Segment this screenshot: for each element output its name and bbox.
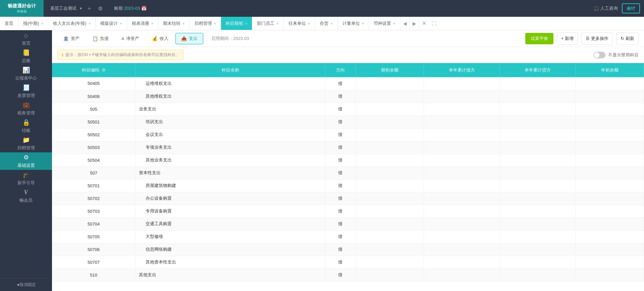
tab-archive[interactable]: 归档管理 × — [190, 17, 221, 30]
logo-title: 畅捷通好会计 — [8, 3, 36, 9]
tab-tax[interactable]: 税表清册 × — [127, 17, 158, 30]
table-row[interactable]: 50501培训支出借 — [52, 115, 644, 128]
refresh-button[interactable]: ↻ 刷新 — [616, 33, 639, 45]
cell-name: 业务支出 — [136, 103, 325, 115]
table-row[interactable]: 50706信息网络购建借 — [52, 243, 644, 256]
tab-template[interactable]: 模版设计 × — [96, 17, 127, 30]
close-icon[interactable]: × — [41, 21, 43, 26]
close-icon[interactable]: × — [330, 21, 332, 26]
cell-name: 培训支出 — [136, 115, 325, 128]
tab-unit[interactable]: 计量单位 × — [338, 17, 369, 30]
subtab-asset[interactable]: 🏦 资产 — [57, 33, 85, 44]
table-row[interactable]: 505业务支出借 — [52, 103, 644, 115]
toggle-area: 不显示禁用科目 — [593, 52, 639, 58]
cell-direction: 借 — [325, 128, 355, 141]
more-actions-button[interactable]: ☰ 更多操作 — [581, 33, 613, 45]
add-tab-icon[interactable]: ＋ — [85, 5, 93, 12]
subtab-expense[interactable]: 📤 支出 — [175, 33, 203, 44]
cell-direction: 借 — [325, 154, 355, 166]
tab-mid[interactable]: 报(中期) × — [18, 17, 48, 30]
subtab-income[interactable]: 💰 收入 — [146, 33, 174, 44]
sidebar-item-close[interactable]: 🔒 结账 — [0, 117, 52, 135]
table-row[interactable]: 50707其他资本性支出借 — [52, 256, 644, 269]
sidebar-item-tax[interactable]: 💼 税务管理 — [0, 100, 52, 117]
table-row[interactable]: 50502会议支出借 — [52, 128, 644, 141]
sidebar-item-home[interactable]: ⌂ 首页 — [0, 30, 52, 48]
close-icon[interactable]: × — [308, 21, 310, 26]
settings-icon[interactable]: ⚙ — [97, 5, 104, 12]
sidebar-item-invoice[interactable]: 🧾 发票管理 — [0, 83, 52, 100]
liability-icon: 📋 — [92, 36, 98, 41]
cell-year-credit — [500, 166, 576, 179]
table-row[interactable]: 50705大型修缮借 — [52, 230, 644, 243]
tab-subject-init[interactable]: 科目期初 × — [221, 17, 252, 30]
new-button[interactable]: + 新增 — [557, 33, 578, 45]
sidebar-item-archive[interactable]: 📁 归档管理 — [0, 135, 52, 152]
table-row[interactable]: 50702办公设备购置借 — [52, 192, 644, 205]
table-row[interactable]: 50503专项业务支出借 — [52, 141, 644, 154]
cell-code: 50502 — [52, 128, 136, 141]
close-icon[interactable]: × — [151, 21, 153, 26]
maximize-icon[interactable]: ⛶ — [429, 17, 439, 30]
sidebar-item-member[interactable]: V 畅会员 — [0, 187, 52, 205]
table-row[interactable]: 507资本性支出借 — [52, 166, 644, 179]
subtab-income-label: 收入 — [160, 36, 168, 42]
close-icon[interactable]: × — [89, 21, 91, 26]
sidebar-item-settings[interactable]: ⚙ 基础设置 — [0, 152, 52, 170]
close-icon[interactable]: × — [245, 21, 247, 26]
table-row[interactable]: 510其他支出借 — [52, 269, 644, 281]
close-icon[interactable]: × — [214, 21, 216, 26]
close-icon[interactable]: × — [393, 21, 395, 26]
invoice-icon: 🧾 — [22, 84, 30, 91]
cell-year-debit — [424, 115, 499, 128]
cell-code: 50701 — [52, 179, 136, 192]
calc-balance-button[interactable]: 试算平衡 — [525, 33, 553, 44]
tab-dept[interactable]: 部门员工 × — [252, 17, 283, 30]
cell-year-balance — [576, 166, 644, 179]
cell-year-debit — [424, 77, 499, 90]
table-row[interactable]: 50504其他业务支出借 — [52, 154, 644, 166]
table-row[interactable]: 50704交通工具购置借 — [52, 217, 644, 230]
table-row[interactable]: 50405运维维权支出借 — [52, 77, 644, 90]
tab-next-icon[interactable]: ▶ — [410, 17, 419, 30]
close-icon[interactable]: × — [362, 21, 364, 26]
subtab-equity[interactable]: ≡ 净资产 — [116, 33, 145, 44]
tab-period-end[interactable]: 期末结转 × — [158, 17, 190, 30]
tab-home[interactable]: 首页 — [0, 17, 18, 30]
period-info: 启用期间：2023.03 — [211, 36, 249, 42]
cell-year-debit — [424, 128, 499, 141]
gear-icon[interactable]: ⚙ — [102, 67, 106, 72]
service-button[interactable]: 🎧 人工咨询 — [594, 5, 618, 11]
sidebar-collapse-button[interactable]: ◄取消固定 — [0, 278, 52, 291]
table-row[interactable]: 50701房屋建筑物购建借 — [52, 179, 644, 192]
toggle-label: 不显示禁用科目 — [608, 52, 639, 58]
table-row[interactable]: 50406其他维权支出借 — [52, 90, 644, 103]
close-icon[interactable]: × — [120, 21, 122, 26]
sidebar-item-reports[interactable]: 📊 云报表中心 — [0, 65, 52, 83]
cell-period-balance — [356, 128, 424, 141]
tab-income[interactable]: 收入支出表(年报) × — [48, 17, 96, 30]
sidebar-item-guide[interactable]: 🎓 新手引导 — [0, 170, 52, 187]
chevron-down-icon[interactable]: ▾ — [80, 6, 82, 11]
subtab-liability[interactable]: 📋 负债 — [87, 33, 114, 44]
tab-stock[interactable]: 存货 × — [315, 17, 337, 30]
company-name[interactable]: 基层工会测试 — [50, 5, 76, 11]
close-all-tabs-icon[interactable]: ✕ — [419, 17, 429, 30]
table-row[interactable]: 50703专用设备购置借 — [52, 205, 644, 217]
hide-disabled-toggle[interactable] — [593, 52, 605, 58]
sidebar-item-label: 总账 — [22, 58, 31, 64]
cell-period-balance — [356, 192, 424, 205]
tab-currency[interactable]: 币种设置 × — [369, 17, 400, 30]
guide-icon: 🎓 — [22, 171, 30, 179]
tab-client[interactable]: 往来单位 × — [284, 17, 315, 30]
cell-period-balance — [356, 217, 424, 230]
tab-prev-icon[interactable]: ◀ — [400, 17, 410, 30]
kuaiji-button[interactable]: 会计 — [622, 3, 640, 13]
sidebar-item-ledger[interactable]: 📒 总账 — [0, 48, 52, 65]
cell-code: 510 — [52, 269, 136, 281]
cell-direction: 借 — [325, 77, 355, 90]
cell-year-balance — [576, 115, 644, 128]
cell-name: 大型修缮 — [136, 230, 325, 243]
close-icon[interactable]: × — [182, 21, 184, 26]
close-icon[interactable]: × — [276, 21, 278, 26]
